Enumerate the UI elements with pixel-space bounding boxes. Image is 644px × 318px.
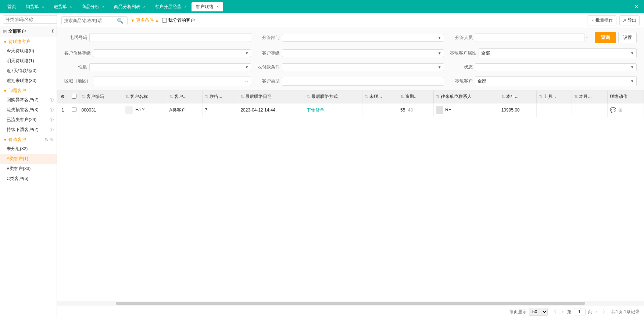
info-icon-lost-warning: ⓘ — [50, 107, 54, 113]
retail-attr-select[interactable]: 全部 ▼ — [479, 48, 637, 58]
sidebar-c-class[interactable]: C类客户(6) — [0, 174, 57, 184]
my-customers-checkbox[interactable]: 我分管的客户 — [162, 17, 195, 24]
sidebar-declining-customers[interactable]: 持续下滑客户(2) ⓘ — [0, 125, 57, 135]
col-last-month: ⇅ 上月... — [536, 91, 572, 103]
edit-icon[interactable]: ✎ — [50, 137, 54, 142]
dept-select[interactable]: ▼ — [282, 34, 444, 42]
close-product-list-tab[interactable]: × — [143, 5, 146, 9]
phone-input[interactable] — [89, 33, 251, 42]
close-sales-tab[interactable]: × — [42, 5, 44, 9]
qr-action-icon[interactable]: ⊞ — [618, 107, 623, 113]
retail-attr-arrow-icon: ▼ — [630, 51, 634, 55]
nav-purchase[interactable]: 进货单 × — [49, 2, 76, 11]
price-grade-select[interactable]: ▼ — [93, 49, 251, 57]
row-last-contact-way: 下销货单 — [304, 103, 362, 117]
footer-right: 每页显示 50 100 200 《 ‹ 第 页 › 》 共1页 1条记录 — [509, 308, 640, 316]
sidebar-ungrouped[interactable]: 未分组(32) — [0, 144, 57, 154]
nav-product-analysis[interactable]: 商品分析 × — [77, 2, 109, 11]
select-all-checkbox[interactable] — [72, 94, 76, 99]
row-this-month — [572, 103, 608, 117]
sidebar-repurchase-abnormal[interactable]: 回购异常客户(2) ⓘ — [0, 95, 57, 105]
adv-phone: 电话号码 — [61, 30, 254, 45]
horizontal-scrollbar[interactable] — [116, 302, 585, 305]
person-dots-icon[interactable]: ··· — [586, 35, 590, 40]
setting-btn[interactable]: 设置 — [618, 32, 637, 43]
adv-region: 区域（地区） ··· — [61, 74, 254, 88]
more-filters-btn[interactable]: ▼ 更多条件 ▲ — [130, 17, 159, 24]
more-arrow-icon: ▲ — [155, 18, 159, 23]
col-uc-sort-icon: ⇅ — [436, 94, 440, 99]
row-contact-count: 7 — [203, 103, 238, 117]
data-table-area: ⚙ ⇅ 客户编码 ⇅ — [57, 91, 644, 301]
all-customers-title[interactable]: ⊞ 全部客户 《 — [0, 26, 57, 37]
table-body: 1 000031 Ea ? A类客户 — [57, 103, 644, 117]
customer-type-input[interactable] — [282, 77, 444, 86]
customer-grade-select[interactable]: ▼ — [282, 49, 444, 57]
gear-icon[interactable]: ⚙ — [61, 94, 65, 99]
dept-arrow-icon: ▼ — [438, 36, 441, 40]
nav-prev-btn[interactable]: ‹ — [560, 308, 565, 315]
retail-customer-select[interactable]: 全部 ▼ — [475, 76, 637, 86]
sidebar-tomorrow-contact[interactable]: 明天待联络(1) — [0, 56, 57, 66]
row-checkbox[interactable] — [72, 107, 76, 112]
price-grade-arrow-icon: ▼ — [245, 51, 248, 55]
unit-contact-avatar — [436, 106, 443, 114]
col-cnt-sort-icon: ⇅ — [205, 94, 208, 99]
refresh-icon[interactable]: ↻ — [45, 137, 49, 142]
nav-next-btn[interactable]: › — [594, 308, 599, 315]
col-tm-sort-icon: ⇅ — [574, 94, 578, 99]
sidebar-7days-contact[interactable]: 近7天待联络(0) — [0, 66, 57, 76]
row-actions: 💬 ⊞ — [610, 107, 641, 113]
row-overdue: 55 48 — [398, 103, 434, 117]
nav-home[interactable]: 首页 — [3, 2, 21, 11]
status-select[interactable]: ▼ — [475, 63, 637, 71]
sidebar-lost-customers[interactable]: 已流失客户(24) ⓘ — [0, 115, 57, 125]
adv-person: 分管人员 ··· 查询 设置 — [447, 30, 640, 45]
per-page-select[interactable]: 50 100 200 — [529, 308, 548, 316]
col-ty-sort-icon: ⇅ — [501, 94, 505, 99]
col-select — [69, 91, 79, 103]
group-problem-customers[interactable]: ▼ 问题客户 — [0, 86, 57, 95]
nav-last-btn[interactable]: 》 — [601, 308, 609, 316]
query-btn[interactable]: 查询 — [595, 32, 616, 43]
filter-search-box: 🔍 — [61, 16, 128, 25]
sidebar-today-contact[interactable]: 今天待联络(0) — [0, 46, 57, 56]
row-unit-contact: RE . — [434, 103, 499, 117]
group-value-customers[interactable]: ▼ 价值客户 ↻ ✎ — [0, 135, 57, 144]
nav-customer-tier[interactable]: 客户分层经营 × — [150, 2, 191, 11]
group-pending-contact[interactable]: ▼ 待联络客户 — [0, 37, 57, 46]
page-number-input[interactable] — [574, 308, 586, 315]
retail-customer-arrow-icon: ▼ — [630, 79, 634, 83]
row-no-contact — [362, 103, 398, 117]
close-customer-tier-tab[interactable]: × — [184, 5, 186, 9]
region-select[interactable]: ··· — [93, 77, 251, 86]
nav-sales[interactable]: 销货单 × — [21, 2, 49, 11]
close-customer-contact-tab[interactable]: × — [217, 5, 219, 9]
nav-product-list[interactable]: 商品分析列表 × — [110, 2, 150, 11]
sidebar-overdue-contact[interactable]: 逾期未联络(30) — [0, 76, 57, 86]
close-purchase-tab[interactable]: × — [70, 5, 72, 9]
col-contact-count: ⇅ 联络... — [203, 91, 238, 103]
nature-select[interactable]: ▼ — [89, 63, 251, 71]
filter-search-icon[interactable]: 🔍 — [117, 18, 123, 24]
export-btn[interactable]: ↗ 导出 — [619, 15, 640, 25]
person-input[interactable] — [475, 33, 584, 42]
sidebar-b-class[interactable]: B类客户(33) — [0, 164, 57, 174]
close-product-analysis-tab[interactable]: × — [102, 5, 104, 9]
sidebar-a-class[interactable]: A类客户(1) — [0, 154, 57, 164]
sidebar-lost-warning[interactable]: 流失预警客户(3) ⓘ — [0, 105, 57, 115]
close-all-btn[interactable]: × — [632, 2, 641, 11]
chat-action-icon[interactable]: 💬 — [610, 107, 616, 113]
filter-icon: ▼ — [130, 18, 135, 23]
bulk-op-btn[interactable]: ☑ 批量操作 — [587, 15, 616, 25]
nav-customer-contact[interactable]: 客户联络 × — [192, 2, 223, 11]
sidebar-search-area: 🔍 — [0, 13, 57, 26]
my-customers-check[interactable] — [162, 18, 167, 23]
payment-select[interactable]: ▼ — [282, 63, 444, 71]
filter-search-input[interactable] — [64, 18, 115, 23]
nav-first-btn[interactable]: 《 — [550, 308, 558, 316]
sidebar-search-input[interactable] — [3, 15, 57, 24]
adv-filter-panel: 电话号码 分管部门 ▼ 分管人员 ··· — [57, 28, 644, 91]
col-type-sort-icon: ⇅ — [169, 94, 173, 99]
collapse-sidebar-btn[interactable]: 《 — [49, 28, 54, 35]
